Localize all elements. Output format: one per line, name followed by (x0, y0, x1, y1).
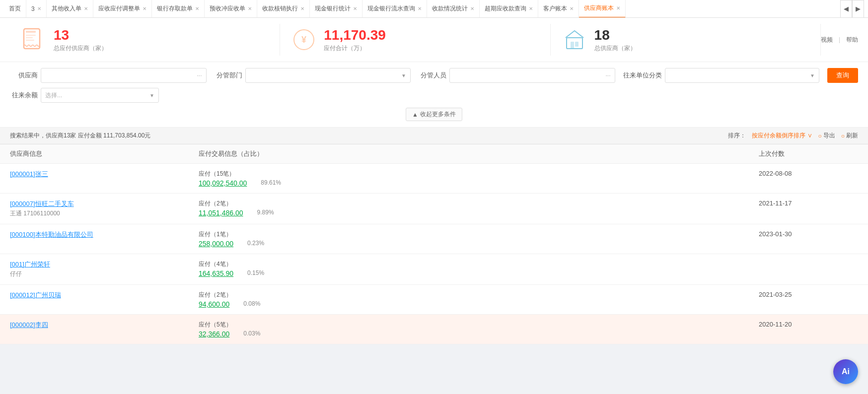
close-icon-receipt-stat[interactable]: ✕ (470, 6, 474, 11)
supplier-filter-input[interactable]: ··· (41, 68, 207, 83)
dept-filter-select[interactable]: ▼ (245, 68, 411, 83)
trans-amount-row6[interactable]: 32,366.00 (199, 330, 229, 338)
collapse-up-icon: ▲ (412, 111, 418, 118)
trans-row-row1: 100,092,540.00 89.61% (199, 178, 759, 187)
close-icon-bank-deposit[interactable]: ✕ (195, 6, 199, 11)
table-header: 供应商信息 应付交易信息（占比） 上次付数 (0, 144, 868, 164)
supplier-link-row4[interactable]: [001]广州荣轩 (10, 260, 199, 269)
dept-chevron-down-icon: ▼ (401, 73, 406, 78)
nav-tab-bank-deposit[interactable]: 银行存取款单 ✕ (152, 0, 205, 18)
nav-tab-customer-ledger[interactable]: 客户账本 ✕ (538, 0, 579, 18)
trans-row-row5: 94,600.00 0.08% (199, 299, 759, 308)
nav-tab-cash-bank-query[interactable]: 现金银行流水查询 ✕ (362, 0, 427, 18)
close-icon-prepay-ar[interactable]: ✕ (248, 6, 252, 11)
results-summary: 搜索结果中，供应商13家 应付金额 111,703,854.00元 (10, 131, 150, 140)
trans-amount-row5[interactable]: 94,600.00 (199, 300, 229, 308)
nav-tab-supplier-ledger[interactable]: 供应商账本 ✕ (579, 0, 626, 18)
separator: | (839, 36, 840, 43)
lastpay-cell-row6: 2020-11-20 (759, 321, 858, 328)
close-icon-overdue-ar[interactable]: ✕ (529, 6, 533, 11)
stat-block-total-payable: ¥ 11,170.39 应付合计（万） (280, 24, 550, 56)
supplier-cell-row6: [000002]李四 (10, 321, 199, 329)
balance-filter-select[interactable]: 选择... ▼ (41, 88, 159, 103)
supplier-link-row3[interactable]: [000100]本特勤油品有限公司 (10, 230, 199, 239)
svg-rect-1 (26, 31, 36, 33)
nav-tab-other-income-label: 其他收入单 (52, 4, 81, 13)
close-icon-cash-bank-stat[interactable]: ✕ (353, 6, 357, 11)
video-link[interactable]: 视频 (821, 36, 833, 44)
header-actions: 视频 | 帮助 (821, 24, 858, 56)
supplier-link-row1[interactable]: [000001]张三 (10, 170, 199, 179)
trans-amount-row1[interactable]: 100,092,540.00 (199, 179, 247, 187)
filter-item-balance: 往来余额 选择... ▼ (10, 88, 159, 103)
person-filter-label: 分管人员 (419, 71, 446, 80)
nav-tab-receipt-verify-label: 收款核销执行 (262, 4, 298, 13)
nav-tab-receipt-stat[interactable]: 收款情况统计 ✕ (427, 0, 480, 18)
nav-tab-home[interactable]: 首页 (4, 0, 26, 18)
trans-percent-row6: 0.03% (243, 330, 260, 337)
supplier-link-row6[interactable]: [000002]李四 (10, 321, 199, 329)
close-icon-ar-ap-adjust[interactable]: ✕ (143, 6, 146, 11)
query-button[interactable]: 查询 (827, 68, 858, 83)
person-dots-icon: ··· (605, 72, 610, 79)
refresh-button[interactable]: ○ 刷新 (841, 131, 858, 140)
stat-block-suppliers-payable: 13 总应付供应商（家） (10, 24, 280, 56)
balance-filter-label: 往来余额 (10, 91, 38, 100)
export-button[interactable]: ○ 导出 (818, 131, 835, 140)
stat-label-total-suppliers: 总供应商（家） (594, 44, 636, 53)
table-row: [000002]李四 应付（5笔） 32,366.00 0.03% 2020-1… (0, 315, 868, 344)
stat-info-suppliers-payable: 13 总应付供应商（家） (54, 27, 107, 53)
close-icon-other-income[interactable]: ✕ (84, 6, 88, 11)
export-icon: ○ (818, 132, 822, 139)
nav-tab-3[interactable]: 3 ✕ (26, 0, 47, 18)
supplier-filter-label: 供应商 (10, 71, 38, 80)
nav-tab-other-income[interactable]: 其他收入单 ✕ (47, 0, 93, 18)
nav-tab-cash-bank-query-label: 现金银行流水查询 (367, 4, 415, 13)
lastpay-date-row1: 2022-08-08 (759, 170, 792, 177)
sort-label: 排序： (728, 131, 746, 140)
stat-value-total-payable: 11,170.39 (324, 27, 386, 44)
svg-rect-3 (26, 37, 33, 38)
nav-tab-overdue-ar-label: 超期应收款查询 (485, 4, 526, 13)
nav-prev-arrow[interactable]: ◀ (840, 0, 852, 18)
collapse-button[interactable]: ▲ 收起更多条件 (406, 108, 462, 121)
close-icon-receipt-verify[interactable]: ✕ (300, 6, 304, 11)
supplier-link-row2[interactable]: [000007]恒旺二手叉车 (10, 199, 199, 208)
nav-tab-customer-ledger-label: 客户账本 (543, 4, 567, 13)
help-link[interactable]: 帮助 (846, 36, 858, 44)
top-nav: 首页 3 ✕ 其他收入单 ✕ 应收应付调整单 ✕ 银行存取款单 ✕ 预收冲应收单… (0, 0, 868, 18)
balance-select-value: 选择... (45, 91, 62, 100)
close-icon-3[interactable]: ✕ (37, 6, 41, 11)
nav-tab-ar-ap-adjust[interactable]: 应收应付调整单 ✕ (93, 0, 152, 18)
trans-percent-row3: 0.23% (247, 240, 264, 247)
category-filter-select[interactable]: ▼ (665, 68, 820, 83)
lastpay-cell-row2: 2021-11-17 (759, 199, 858, 207)
close-icon-customer-ledger[interactable]: ✕ (570, 6, 574, 11)
close-icon-cash-bank-query[interactable]: ✕ (418, 6, 422, 11)
nav-tab-receipt-verify[interactable]: 收款核销执行 ✕ (257, 0, 310, 18)
trans-percent-row2: 9.89% (257, 209, 274, 216)
stat-value-suppliers-payable: 13 (54, 27, 107, 44)
nav-tab-prepay-ar[interactable]: 预收冲应收单 ✕ (205, 0, 257, 18)
col-header-lastpay: 上次付数 (759, 149, 858, 158)
category-chevron-down-icon: ▼ (810, 73, 815, 78)
close-icon-supplier-ledger[interactable]: ✕ (616, 5, 620, 11)
nav-tab-bank-deposit-label: 银行存取款单 (157, 4, 193, 13)
nav-next-arrow[interactable]: ▶ (852, 0, 864, 18)
sort-select[interactable]: 按应付余额倒序排序 ∨ (752, 131, 812, 140)
trans-label-row5: 应付（2笔） (199, 291, 759, 299)
trans-percent-row1: 89.61% (261, 179, 281, 186)
lastpay-date-row3: 2023-01-30 (759, 230, 792, 238)
table-row: [000001]张三 应付（15笔） 100,092,540.00 89.61%… (0, 164, 868, 194)
trans-amount-row3[interactable]: 258,000.00 (199, 240, 233, 248)
person-filter-input[interactable]: ··· (449, 68, 615, 83)
trans-amount-row4[interactable]: 164,635.90 (199, 269, 233, 277)
nav-tab-overdue-ar[interactable]: 超期应收款查询 ✕ (480, 0, 538, 18)
nav-tab-3-label: 3 (31, 5, 35, 12)
nav-tab-cash-bank-stat[interactable]: 现金银行统计 ✕ (310, 0, 362, 18)
trans-amount-row2[interactable]: 11,051,486.00 (199, 209, 243, 217)
trans-row-row2: 11,051,486.00 9.89% (199, 208, 759, 217)
stat-label-total-payable: 应付合计（万） (324, 44, 386, 53)
stat-label-suppliers-payable: 总应付供应商（家） (54, 44, 107, 53)
supplier-link-row5[interactable]: [000012]广州贝瑞 (10, 291, 199, 300)
